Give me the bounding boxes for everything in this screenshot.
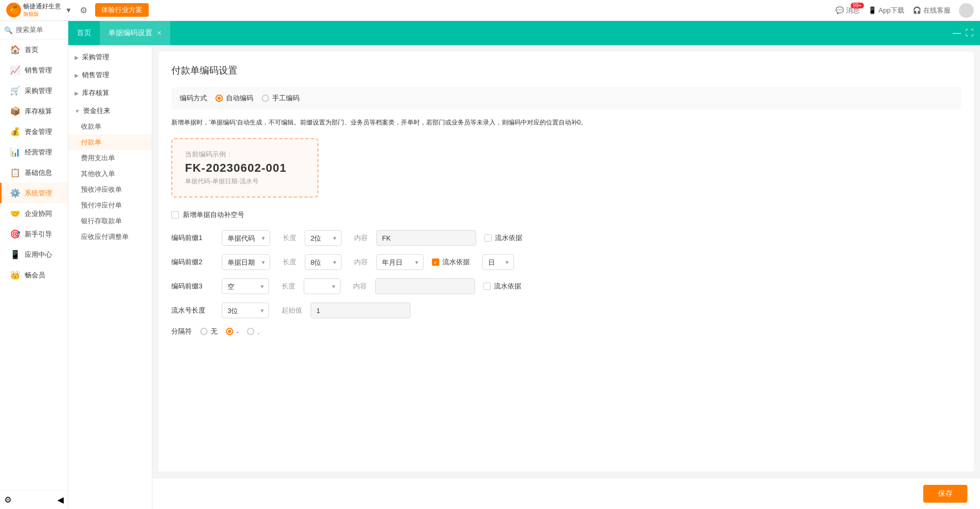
brand-sub: 旗舰版 <box>23 11 61 18</box>
prefix3-content-input[interactable] <box>375 278 475 294</box>
sub-nav-sales[interactable]: ▶ 销售管理 <box>68 67 152 83</box>
app-download-button[interactable]: 📱 App下载 <box>868 6 904 15</box>
prefix3-type-select[interactable]: 空 <box>222 278 269 294</box>
prefix3-stream[interactable]: 流水依据 <box>483 282 521 291</box>
prefix2-stream[interactable]: ✓ 流水依据 <box>432 257 470 267</box>
sub-nav-sales-label: 销售管理 <box>82 70 109 80</box>
trial-button[interactable]: 体验行业方案 <box>95 3 149 17</box>
prefix2-content-select[interactable]: 年月日 <box>376 254 424 270</box>
chevron-right-icon3: ▶ <box>75 90 79 96</box>
tab-minimize-icon[interactable]: — <box>953 28 961 38</box>
prefix2-content-label: 内容 <box>354 257 368 267</box>
prefix2-type-select[interactable]: 单据日期 <box>222 254 270 270</box>
sidebar-item-finance[interactable]: 💰 资金管理 <box>0 121 68 142</box>
sub-nav-item-expense[interactable]: 费用支出单 <box>68 150 152 166</box>
collapse-icon[interactable]: ◀ <box>57 495 64 505</box>
sub-nav-item-adjustment[interactable]: 应收应付调整单 <box>68 229 152 245</box>
sep-dash[interactable]: - <box>226 328 239 336</box>
prefix1-content-input[interactable] <box>376 230 476 246</box>
settings-bottom-icon[interactable]: ⚙ <box>4 495 12 505</box>
sub-nav-fund[interactable]: ▼ 资金往来 <box>68 103 152 119</box>
sep-none[interactable]: 无 <box>200 327 218 336</box>
prefix2-unit-select[interactable]: 日 <box>482 254 514 270</box>
sidebar-search[interactable]: 🔍 搜索菜单 <box>0 21 68 39</box>
sidebar-item-system[interactable]: ⚙️ 系统管理 <box>0 183 68 203</box>
tab-maximize-icon[interactable]: ⛶ <box>965 28 974 38</box>
message-icon: 💬 <box>835 6 844 14</box>
nav-dropdown[interactable]: ▼ <box>65 6 72 14</box>
sub-nav-purchase[interactable]: ▶ 采购管理 <box>68 49 152 65</box>
sub-nav-item-advance-pay[interactable]: 预付冲应付单 <box>68 198 152 213</box>
cooperation-icon: 🤝 <box>10 209 20 219</box>
sidebar-bottom: ⚙ ◀ <box>0 490 68 509</box>
sidebar-item-operation[interactable]: 📊 经营管理 <box>0 142 68 162</box>
sub-nav-item-advance-recv[interactable]: 预收冲应收单 <box>68 182 152 198</box>
brand-icon: 🍊 <box>6 3 21 17</box>
sidebar-item-member[interactable]: 👑 畅会员 <box>0 265 68 285</box>
sidebar-item-newbie[interactable]: 🎯 新手引导 <box>0 224 68 244</box>
prefix1-type-select[interactable]: 单据代码 <box>222 230 270 246</box>
prefix3-length-select[interactable] <box>304 278 341 294</box>
prefix3-content-label: 内容 <box>353 282 367 291</box>
content-area: 首页 单据编码设置 ✕ — ⛶ ▶ 采购管理 <box>68 21 980 509</box>
sub-nav-fund-label: 资金往来 <box>83 106 110 116</box>
sep-dot[interactable]: . <box>247 328 260 336</box>
prefix2-stream-checkbox[interactable]: ✓ <box>432 258 439 266</box>
prefix1-stream-checkbox[interactable] <box>484 234 492 242</box>
tab-serial-setting[interactable]: 单据编码设置 ✕ <box>100 21 170 45</box>
tab-bar-actions: — ⛶ <box>953 28 980 38</box>
start-value-input[interactable] <box>311 303 410 318</box>
sidebar-item-sales[interactable]: 📈 销售管理 <box>0 60 68 80</box>
message-button[interactable]: 💬 消息 99+ <box>835 6 860 15</box>
serial-length-label: 流水号长度 <box>171 306 213 315</box>
radio-auto[interactable]: 自动编码 <box>215 94 253 103</box>
sep-dash-label: - <box>236 328 239 336</box>
sub-nav-item-payment[interactable]: 付款单 <box>68 134 152 150</box>
prefix3-type-wrap: 空 ▼ <box>222 278 269 294</box>
top-bar: 🍊 畅捷通好生意 旗舰版 ▼ ⚙ 体验行业方案 💬 消息 99+ 📱 App下载… <box>0 0 980 21</box>
sub-nav-item-receipt[interactable]: 收款单 <box>68 119 152 134</box>
prefix1-stream[interactable]: 流水依据 <box>484 233 522 243</box>
prefix1-length-select[interactable]: 2位 <box>305 230 342 246</box>
tab-close-icon[interactable]: ✕ <box>157 29 162 37</box>
settings-icon[interactable]: ⚙ <box>76 3 91 17</box>
sub-nav-item-other-income[interactable]: 其他收入单 <box>68 166 152 182</box>
sidebar-item-cooperation[interactable]: 🤝 企业协同 <box>0 203 68 224</box>
chevron-right-icon: ▶ <box>75 55 79 60</box>
tab-home[interactable]: 首页 <box>68 21 100 45</box>
search-label: 搜索菜单 <box>16 25 43 35</box>
message-badge: 99+ <box>851 3 864 8</box>
sub-nav-item-bank[interactable]: 银行存取款单 <box>68 213 152 229</box>
service-button[interactable]: 🎧 在线客服 <box>913 6 951 15</box>
user-avatar[interactable] <box>959 3 974 18</box>
encoding-method-label: 编码方式 <box>180 94 207 103</box>
prefix3-stream-checkbox[interactable] <box>483 283 491 290</box>
auto-fill-row: 新增单据自动补空号 <box>171 210 961 220</box>
auto-fill-checkbox[interactable] <box>171 211 179 219</box>
prefix1-stream-label: 流水依据 <box>495 233 522 243</box>
sub-nav-inventory[interactable]: ▶ 库存核算 <box>68 85 152 101</box>
sidebar-item-inventory[interactable]: 📦 库存核算 <box>0 101 68 121</box>
sub-nav-purchase-label: 采购管理 <box>82 53 109 62</box>
serial-length-select[interactable]: 3位 <box>222 303 269 318</box>
purchase-icon: 🛒 <box>10 86 20 96</box>
sidebar-item-basic[interactable]: 📋 基础信息 <box>0 162 68 183</box>
code-preview-desc: 单据代码-单据日期-流水号 <box>185 177 305 186</box>
code-preview-label: 当前编码示例： <box>185 150 305 159</box>
sidebar-label-finance: 资金管理 <box>25 127 52 137</box>
sidebar-label-cooperation: 企业协同 <box>25 209 52 219</box>
app-label: App下载 <box>879 6 904 15</box>
save-button[interactable]: 保存 <box>923 485 967 503</box>
service-icon: 🎧 <box>913 6 921 14</box>
code-preview-box: 当前编码示例： FK-20230602-001 单据代码-单据日期-流水号 <box>171 138 318 198</box>
sidebar-item-home[interactable]: 🏠 首页 <box>0 39 68 60</box>
sidebar-item-purchase[interactable]: 🛒 采购管理 <box>0 80 68 101</box>
prefix2-length-select[interactable]: 8位 <box>305 254 342 270</box>
chevron-right-icon2: ▶ <box>75 72 79 78</box>
prefix3-stream-label: 流水依据 <box>494 282 521 291</box>
tab-home-label: 首页 <box>77 28 91 38</box>
main-panel: 付款单编码设置 编码方式 自动编码 手工编码 <box>159 51 974 471</box>
radio-manual[interactable]: 手工编码 <box>262 94 300 103</box>
prefix2-content-wrap: 年月日 ▼ <box>376 254 424 270</box>
sidebar-item-appstore[interactable]: 📱 应用中心 <box>0 244 68 265</box>
